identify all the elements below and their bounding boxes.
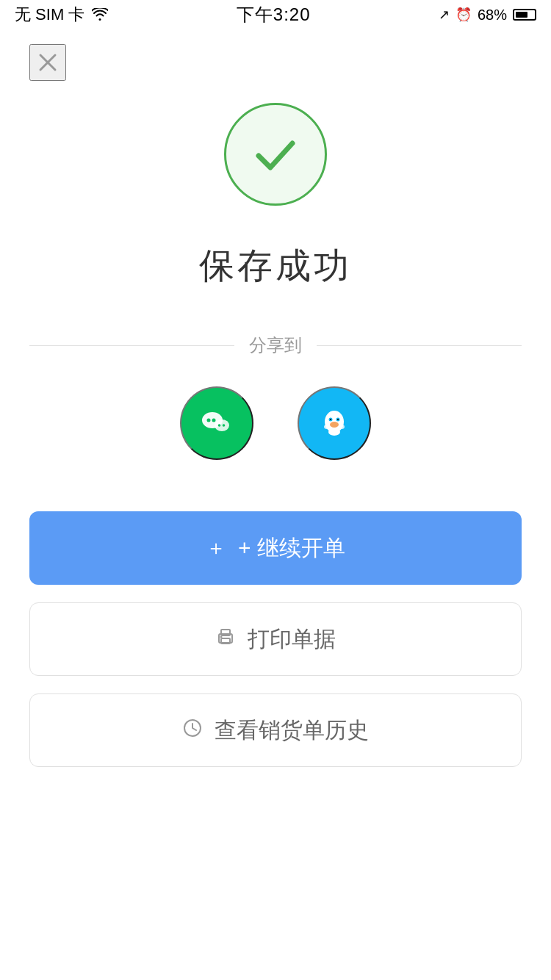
history-label: 查看销货单历史: [215, 716, 369, 746]
battery-percent: 68%: [478, 7, 507, 24]
continue-label: + 继续开单: [238, 533, 345, 563]
svg-point-3: [207, 419, 211, 422]
status-carrier: 无 SIM 卡: [15, 4, 108, 26]
svg-point-16: [328, 428, 340, 436]
svg-point-11: [330, 419, 331, 420]
status-time: 下午3:20: [237, 3, 311, 26]
checkmark-icon: [250, 129, 301, 180]
clock-icon: [182, 718, 203, 743]
share-divider: 分享到: [29, 334, 522, 357]
svg-point-12: [337, 419, 339, 420]
svg-point-15: [339, 425, 345, 429]
plus-icon: ＋: [206, 534, 226, 562]
main-content: 保存成功 分享到: [0, 29, 551, 980]
action-buttons: ＋ + 继续开单 打印单据 查看销货单历: [29, 511, 522, 767]
history-button[interactable]: 查看销货单历史: [29, 693, 522, 767]
continue-button[interactable]: ＋ + 继续开单: [29, 511, 522, 585]
status-indicators: ↗ ⏰ 68%: [439, 7, 536, 24]
qq-share-button[interactable]: [298, 386, 371, 460]
share-label: 分享到: [249, 334, 302, 357]
print-label: 打印单据: [248, 624, 336, 655]
wechat-share-button[interactable]: [180, 386, 253, 460]
svg-point-5: [215, 419, 229, 431]
battery-icon: [513, 9, 536, 21]
svg-point-7: [223, 424, 226, 427]
alarm-icon: ⏰: [455, 7, 472, 23]
battery-fill: [516, 12, 527, 18]
success-title: 保存成功: [199, 242, 352, 289]
location-icon: ↗: [439, 7, 450, 23]
printer-icon: [215, 627, 236, 652]
close-icon: [37, 51, 59, 73]
wifi-icon: [92, 8, 108, 21]
carrier-text: 无 SIM 卡: [15, 4, 84, 26]
qq-icon: [314, 403, 355, 444]
svg-point-13: [330, 422, 339, 428]
divider-line-right: [317, 345, 522, 346]
svg-point-4: [212, 419, 216, 422]
success-icon-circle: [224, 103, 327, 206]
svg-point-20: [220, 635, 223, 638]
status-bar: 无 SIM 卡 下午3:20 ↗ ⏰ 68%: [0, 0, 551, 29]
print-button[interactable]: 打印单据: [29, 602, 522, 676]
divider-line-left: [29, 345, 234, 346]
svg-point-14: [324, 425, 330, 429]
share-icons-container: [180, 386, 371, 460]
close-button[interactable]: [29, 44, 66, 81]
wechat-icon: [196, 403, 237, 444]
svg-point-6: [218, 424, 221, 427]
